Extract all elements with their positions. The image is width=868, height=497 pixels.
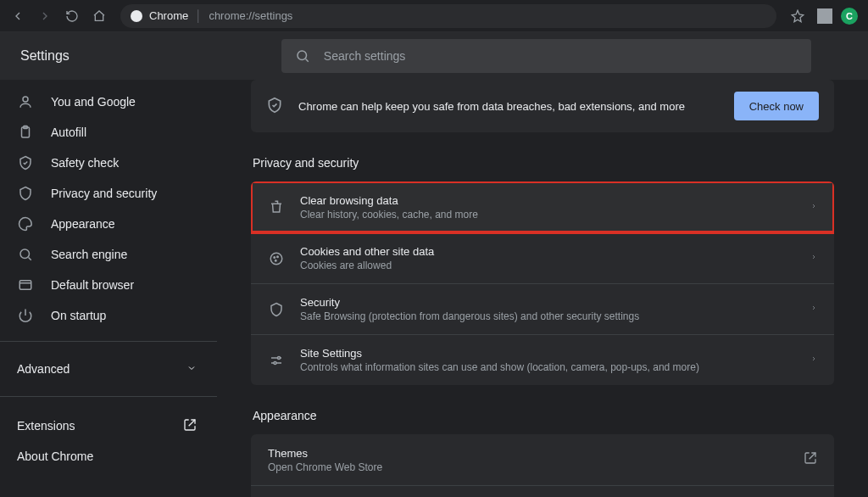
sidebar-item-label: Search engine (51, 248, 127, 261)
appearance-section-title: Appearance (253, 409, 834, 422)
security-icon (17, 185, 34, 202)
chevron-right-icon (810, 252, 817, 265)
appearance-card: Themes Open Chrome Web Store Show home b… (251, 434, 834, 497)
privacy-card: Clear browsing data Clear history, cooki… (251, 181, 834, 385)
address-app-label: Chrome (149, 9, 188, 22)
search-icon (17, 246, 34, 263)
sidebar-item-label: Safety check (51, 156, 119, 170)
sidebar-advanced-label: Advanced (17, 362, 70, 376)
person-icon (17, 93, 34, 110)
svg-point-10 (278, 356, 281, 359)
sidebar-item-label: Default browser (51, 278, 134, 292)
row-title: Themes (268, 447, 788, 460)
sidebar-item-safety-check[interactable]: Safety check (0, 148, 217, 178)
sidebar-item-label: About Chrome (17, 450, 93, 463)
sidebar-item-you-and-google[interactable]: You and Google (0, 87, 217, 117)
sidebar-item-autofill[interactable]: Autofill (0, 117, 217, 148)
row-cookies[interactable]: Cookies and other site data Cookies are … (251, 232, 834, 283)
chevron-right-icon (810, 354, 817, 366)
nav-forward-icon[interactable] (34, 5, 56, 27)
sidebar-item-on-startup[interactable]: On startup (0, 300, 217, 331)
cookie-icon (268, 250, 285, 267)
address-separator: │ (195, 9, 202, 22)
profile-avatar[interactable]: C (841, 8, 858, 25)
safety-callout-text: Chrome can help keep you safe from data … (298, 100, 721, 113)
row-title: Security (300, 296, 795, 309)
sidebar-item-label: Appearance (51, 217, 115, 231)
svg-point-9 (275, 260, 277, 261)
svg-point-11 (274, 361, 276, 364)
nav-reload-icon[interactable] (61, 5, 83, 27)
svg-point-7 (274, 256, 275, 258)
nav-back-icon[interactable] (7, 5, 29, 27)
power-icon (17, 307, 34, 324)
row-themes[interactable]: Themes Open Chrome Web Store (251, 434, 834, 485)
sidebar-item-label: Privacy and security (51, 187, 157, 200)
sidebar-item-label: On startup (51, 309, 106, 322)
search-settings-input[interactable]: Search settings (281, 39, 811, 73)
svg-point-1 (23, 97, 28, 102)
row-subtitle: Cookies are allowed (300, 260, 795, 271)
row-clear-browsing-data[interactable]: Clear browsing data Clear history, cooki… (251, 181, 834, 232)
sidebar-item-about-chrome[interactable]: About Chrome (0, 441, 217, 472)
open-in-new-icon (804, 451, 817, 468)
safety-callout: Chrome can help keep you safe from data … (251, 80, 834, 132)
browser-toolbar: Chrome │ chrome://settings C (0, 0, 868, 32)
sidebar-divider (0, 341, 217, 342)
chevron-right-icon (810, 303, 817, 316)
address-url: chrome://settings (209, 9, 292, 22)
sidebar-item-label: You and Google (51, 95, 136, 109)
page-title: Settings (20, 48, 70, 64)
sidebar-item-label: Autofill (51, 126, 86, 139)
palette-icon (17, 215, 34, 232)
row-title: Clear browsing data (300, 194, 795, 207)
row-subtitle: Clear history, cookies, cache, and more (300, 209, 795, 221)
trash-icon (268, 198, 285, 215)
sidebar-advanced-toggle[interactable]: Advanced (0, 352, 217, 386)
row-site-settings[interactable]: Site Settings Controls what information … (251, 334, 834, 385)
svg-rect-5 (19, 281, 31, 290)
bookmark-star-icon[interactable] (787, 5, 809, 27)
sidebar-item-privacy-and-security[interactable]: Privacy and security (0, 178, 217, 209)
sliders-icon (268, 352, 285, 369)
row-subtitle: Safe Browsing (protection from dangerous… (300, 310, 795, 322)
nav-home-icon[interactable] (88, 5, 110, 27)
row-subtitle: Controls what information sites can use … (300, 361, 795, 373)
svg-point-8 (277, 256, 279, 258)
settings-main-panel: Chrome can help keep you safe from data … (217, 80, 868, 497)
chrome-icon (131, 10, 142, 22)
row-subtitle: Open Chrome Web Store (268, 461, 788, 473)
row-title: Cookies and other site data (300, 245, 795, 258)
clipboard-icon (17, 124, 34, 141)
sidebar-item-appearance[interactable]: Appearance (0, 209, 217, 239)
chevron-right-icon (810, 201, 817, 214)
settings-header: Settings Search settings (0, 32, 868, 80)
shield-icon (266, 97, 285, 115)
search-placeholder: Search settings (324, 49, 406, 63)
shield-check-icon (17, 154, 34, 171)
address-bar[interactable]: Chrome │ chrome://settings (120, 4, 776, 28)
sidebar-item-search-engine[interactable]: Search engine (0, 239, 217, 270)
row-security[interactable]: Security Safe Browsing (protection from … (251, 283, 834, 334)
chevron-down-icon (186, 362, 197, 376)
sidebar-item-extensions[interactable]: Extensions (0, 410, 217, 441)
row-show-home-button[interactable]: Show home button (251, 485, 834, 497)
search-icon (295, 48, 310, 64)
privacy-section-title: Privacy and security (253, 156, 834, 170)
svg-point-4 (20, 249, 30, 259)
svg-point-6 (270, 253, 282, 265)
sidebar-divider (0, 396, 217, 397)
row-title: Site Settings (300, 347, 795, 360)
browser-window-icon (17, 276, 34, 293)
shield-icon (268, 301, 285, 318)
sidebar-item-label: Extensions (17, 419, 75, 433)
extension-icon[interactable] (817, 8, 832, 24)
sidebar-item-default-browser[interactable]: Default browser (0, 270, 217, 300)
check-now-button[interactable]: Check now (734, 92, 819, 120)
open-in-new-icon (183, 418, 197, 434)
svg-point-0 (298, 51, 307, 60)
settings-sidebar: You and Google Autofill Safety check Pri… (0, 80, 217, 497)
